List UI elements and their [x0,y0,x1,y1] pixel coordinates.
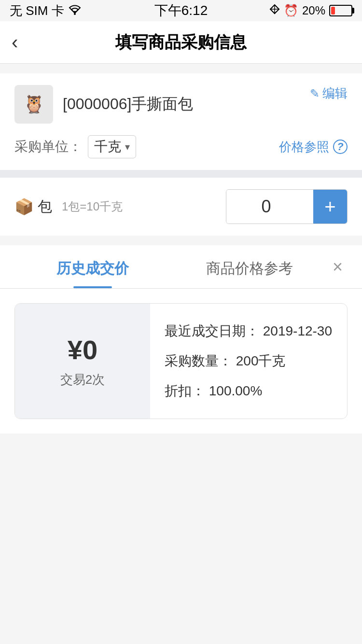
product-name: [0000006]手撕面包 [63,94,193,115]
alarm-icon: ⏰ [284,4,298,17]
unit-left: 采购单位： 千克 ▾ [14,135,136,158]
recent-date-label: 最近成交日期： [165,323,259,338]
purchase-qty-row: 采购数量： 200千克 [165,351,333,371]
status-carrier: 无 SIM 卡 [10,2,82,19]
product-unit-row: 采购单位： 千克 ▾ 价格参照 ? [14,135,348,158]
tab-price-ref[interactable]: 商品价格参考 [171,245,327,288]
trade-content: ¥0 交易2次 最近成交日期： 2019-12-30 采购数量： 200千克 折… [0,289,362,434]
plus-icon: + [324,196,335,218]
trade-details: 最近成交日期： 2019-12-30 采购数量： 200千克 折扣： 100.0… [150,304,347,419]
product-header: 🦉 [0000006]手撕面包 ✎ 编辑 [14,85,348,124]
svg-point-0 [74,13,76,15]
unit-label: 采购单位： [14,138,82,156]
product-section: 🦉 [0000006]手撕面包 ✎ 编辑 采购单位： 千克 ▾ 价格参照 ? [0,73,362,170]
tab-history-label: 历史成交价 [56,260,129,276]
quantity-input[interactable] [226,190,313,224]
recent-date-row: 最近成交日期： 2019-12-30 [165,321,333,341]
product-thumbnail: 🦉 [14,85,53,124]
price-ref-label: 价格参照 [279,139,329,155]
purchase-qty-label: 采购数量： [165,353,232,368]
pack-unit-label: 📦 包 [14,197,52,217]
tab-active-indicator [73,286,112,288]
tabs-header: 历史成交价 商品价格参考 × [0,245,362,289]
status-bar: 无 SIM 卡 下午6:12 ⏰ 20% [0,0,362,21]
help-icon: ? [333,140,348,154]
tab-price-ref-label: 商品价格参考 [206,260,293,276]
tabs-section: 历史成交价 商品价格参考 × ¥0 交易2次 最近成交日期： 2019-12-3… [0,245,362,434]
product-logo-icon: 🦉 [23,94,45,114]
battery-icon [329,5,352,16]
carrier-text: 无 SIM 卡 [10,2,64,19]
quantity-plus-button[interactable]: + [313,190,347,224]
pack-label: 包 [38,197,52,217]
battery-percent: 20% [302,4,325,17]
quantity-row: 📦 包 1包=10千克 + [0,178,362,236]
unit-value: 千克 [94,138,121,156]
chevron-down-icon: ▾ [125,141,130,153]
trade-price: ¥0 [68,334,97,365]
tab-history-price[interactable]: 历史成交价 [14,245,171,288]
back-icon: ‹ [12,31,18,53]
trade-card: ¥0 交易2次 最近成交日期： 2019-12-30 采购数量： 200千克 折… [14,303,348,419]
discount-label: 折扣： [165,383,205,398]
close-icon: × [333,258,343,276]
pack-ratio: 1包=10千克 [62,199,123,214]
unit-selector[interactable]: 千克 ▾ [88,135,136,158]
page-title: 填写商品采购信息 [115,31,247,54]
purchase-qty-value: 200千克 [236,353,286,368]
back-button[interactable]: ‹ [12,31,18,53]
pack-icon: 📦 [14,197,34,216]
quantity-input-group: + [226,189,348,224]
close-tab-button[interactable]: × [328,249,348,285]
nav-bar: ‹ 填写商品采购信息 [0,21,362,64]
price-ref-button[interactable]: 价格参照 ? [279,139,348,155]
edit-button[interactable]: ✎ 编辑 [310,85,348,102]
status-time: 下午6:12 [154,1,208,20]
edit-icon: ✎ [310,87,320,100]
bottom-area [0,434,362,644]
discount-value: 100.00% [209,383,263,398]
location-icon [269,4,280,17]
product-info-left: 🦉 [0000006]手撕面包 [14,85,193,124]
trade-count: 交易2次 [60,371,105,388]
trade-summary: ¥0 交易2次 [15,304,150,419]
discount-row: 折扣： 100.00% [165,381,333,401]
edit-label: 编辑 [322,85,348,102]
help-text: ? [337,140,343,153]
recent-date-value: 2019-12-30 [263,323,332,338]
wifi-icon [68,3,82,18]
section-divider [0,170,362,178]
status-right: ⏰ 20% [269,4,352,17]
